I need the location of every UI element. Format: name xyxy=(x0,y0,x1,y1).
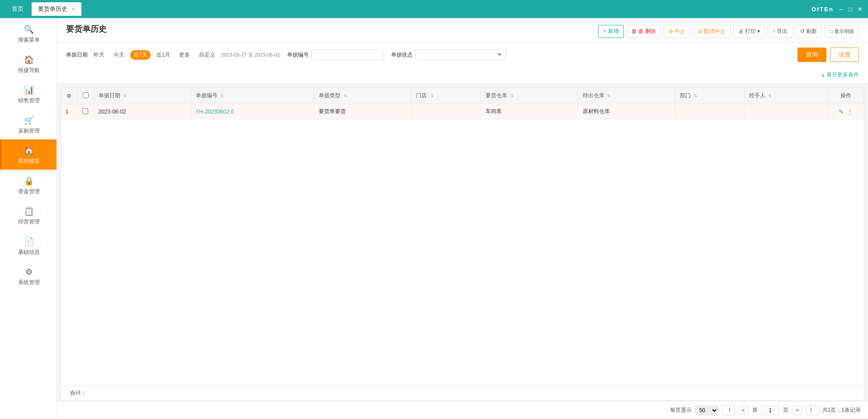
sidebar-label-system-mgmt: 系统管理 xyxy=(18,279,40,286)
page-title: 要货单历史 xyxy=(66,24,107,34)
select-all-checkbox[interactable] xyxy=(83,92,89,98)
operations-mgmt-icon: 📋 xyxy=(24,206,34,216)
col-doc-type[interactable]: 单据类型 ⇅ xyxy=(314,88,411,104)
date-shortcut-7days[interactable]: 近7天 xyxy=(130,50,151,60)
sidebar: 🔍 搜索菜单 🏠 快捷导航 📊 销售管理 🛒 采购管理 🏠 库存核算 🔒 资金管… xyxy=(0,18,57,419)
tab-bar: 首页 要货单历史 × xyxy=(5,2,81,16)
status-filter-label: 单据状态 xyxy=(391,51,413,59)
export-button[interactable]: ↑ 导出 xyxy=(768,25,793,38)
col-department[interactable]: 部门 ⇅ xyxy=(675,88,744,104)
sidebar-label-basic-info: 基础信息 xyxy=(18,248,40,256)
cancel-stop-icon: ⊘ xyxy=(698,28,703,34)
sidebar-label-purchase-mgmt: 采购管理 xyxy=(18,127,40,135)
first-page-btn[interactable]: 《 xyxy=(722,405,735,415)
refresh-icon: ↺ xyxy=(800,28,805,34)
date-shortcut-today[interactable]: 今天 xyxy=(110,50,127,60)
row-more-icon[interactable]: ⋮ xyxy=(847,108,853,115)
filter-bar: 单据日期 昨天 今天 近7天 近1月 更多 自定义 2023-05-27 至 2… xyxy=(57,43,868,84)
cancel-stop-button[interactable]: ⊘ 取消中止 xyxy=(693,25,731,38)
last-page-btn[interactable]: 》 xyxy=(806,405,819,415)
per-page-select[interactable]: 50 100 200 xyxy=(695,405,718,415)
date-shortcut-1month[interactable]: 近1月 xyxy=(153,50,174,60)
date-filter-label: 单据日期 xyxy=(66,51,88,59)
col-dest-warehouse[interactable]: 待出仓库 ⇅ xyxy=(578,88,675,104)
close-btn[interactable]: ✕ xyxy=(858,6,863,13)
per-page-label: 每页显示 xyxy=(670,406,692,414)
display-detail-button[interactable]: □ 显示明细 xyxy=(825,25,859,38)
sidebar-label-finance-mgmt: 资金管理 xyxy=(18,188,40,195)
row-doc-type: 要货单要货 xyxy=(314,104,411,119)
col-settings[interactable]: ⚙ xyxy=(61,88,77,104)
col-ops: 操作 xyxy=(828,88,864,104)
tab-requisition-history[interactable]: 要货单历史 × xyxy=(32,2,81,16)
row-doc-date: 2023-06-02 xyxy=(94,104,191,119)
query-button[interactable]: 查询 xyxy=(797,48,826,62)
print-button[interactable]: 🖨 打印 ▾ xyxy=(733,25,765,38)
row-checkbox-cell xyxy=(77,104,94,119)
basic-info-icon: 📄 xyxy=(24,237,34,247)
expand-more-button[interactable]: ∨ 展开更多条件 xyxy=(821,71,859,79)
col-doc-no[interactable]: 单据编号 ⇅ xyxy=(191,88,314,104)
purchase-mgmt-icon: 🛒 xyxy=(24,115,34,125)
maximize-btn[interactable]: □ xyxy=(849,6,852,13)
sidebar-item-system-mgmt[interactable]: ⚙ 系统管理 xyxy=(0,261,57,291)
content-area: 要货单历史 + 新增 🗑 🗑 删除 ⊘ 中止 ⊘ 取消中止 xyxy=(57,18,868,419)
col-doc-date[interactable]: 单据日期 ⇅ xyxy=(94,88,191,104)
sidebar-item-purchase-mgmt[interactable]: 🛒 采购管理 xyxy=(0,109,57,139)
page-summary: 共1页，1条记录 xyxy=(822,406,861,414)
stop-button[interactable]: ⊘ 中止 xyxy=(664,25,690,38)
doc-no-link[interactable]: YH-20230602-0 xyxy=(196,109,234,115)
sidebar-item-finance-mgmt[interactable]: 🔒 资金管理 xyxy=(0,170,57,200)
expand-more-arrow: ∨ xyxy=(821,72,825,78)
tab-home[interactable]: 首页 xyxy=(5,2,30,16)
row-checkbox[interactable] xyxy=(82,108,88,114)
expand-more-label: 展开更多条件 xyxy=(826,71,859,79)
col-req-warehouse[interactable]: 要货仓库 ⇅ xyxy=(481,88,578,104)
sidebar-item-search-menu[interactable]: 🔍 搜索菜单 xyxy=(0,18,57,48)
col-handler[interactable]: 经手人 ⇅ xyxy=(744,88,827,104)
date-filter-group: 单据日期 昨天 今天 近7天 近1月 更多 自定义 2023-05-27 至 2… xyxy=(66,50,280,60)
quick-nav-icon: 🏠 xyxy=(24,55,34,65)
new-button[interactable]: + 新增 xyxy=(598,25,623,38)
tab-close-icon[interactable]: × xyxy=(72,5,75,12)
minimize-btn[interactable]: ─ xyxy=(839,6,843,13)
print-icon: 🖨 xyxy=(738,28,744,34)
sidebar-item-operations-mgmt[interactable]: 📋 经营管理 xyxy=(0,200,57,230)
export-icon: ↑ xyxy=(773,28,775,34)
stop-icon: ⊘ xyxy=(669,28,673,34)
sidebar-item-inventory-calc[interactable]: 🏠 库存核算 xyxy=(0,139,57,170)
prev-page-btn[interactable]: < xyxy=(738,406,749,415)
system-mgmt-icon: ⚙ xyxy=(25,267,33,277)
delete-icon: 🗑 xyxy=(632,28,637,34)
sidebar-label-sales-mgmt: 销售管理 xyxy=(18,97,40,105)
status-filter-group: 单据状态 待审核 已审核 已中止 xyxy=(391,49,506,60)
date-range-display: 2023-05-27 至 2023-06-02 xyxy=(221,52,280,58)
page-header: 要货单历史 + 新增 🗑 🗑 删除 ⊘ 中止 ⊘ 取消中止 xyxy=(57,18,868,43)
date-shortcut-yesterday[interactable]: 昨天 xyxy=(90,50,108,60)
settings-button[interactable]: 设置 xyxy=(830,48,859,62)
page-input[interactable] xyxy=(761,406,779,415)
col-store[interactable]: 门店 ⇅ xyxy=(411,88,481,104)
row-handler xyxy=(744,104,827,119)
refresh-button[interactable]: ↺ 刷新 xyxy=(795,25,822,38)
delete-button[interactable]: 🗑 🗑 删除 xyxy=(627,25,661,38)
date-shortcut-more[interactable]: 更多 xyxy=(176,50,193,60)
table-row: 1 2023-06-02 YH-20230602-0 要货单要货 车间库 原材料… xyxy=(61,104,864,119)
top-bar: 首页 要货单历史 × OfTEn ─ □ ✕ xyxy=(0,0,868,18)
sidebar-item-basic-info[interactable]: 📄 基础信息 xyxy=(0,230,57,261)
sidebar-label-inventory-calc: 库存核算 xyxy=(18,157,40,165)
sidebar-item-sales-mgmt[interactable]: 📊 销售管理 xyxy=(0,79,57,109)
brand-label: OfTEn xyxy=(811,6,834,13)
sidebar-label-quick-nav: 快捷导航 xyxy=(18,67,40,74)
row-doc-no: YH-20230602-0 xyxy=(191,104,314,119)
sidebar-item-quick-nav[interactable]: 🏠 快捷导航 xyxy=(0,48,57,79)
sales-mgmt-icon: 📊 xyxy=(24,85,34,95)
docno-input[interactable] xyxy=(311,49,384,60)
next-page-btn[interactable]: > xyxy=(792,406,802,415)
inventory-calc-icon: 🏠 xyxy=(24,146,34,156)
date-shortcut-custom[interactable]: 自定义 xyxy=(196,50,218,60)
sidebar-label-search-menu: 搜索菜单 xyxy=(18,36,40,44)
row-department xyxy=(675,104,744,119)
row-edit-icon[interactable]: ✎ xyxy=(839,108,844,115)
status-select[interactable]: 待审核 已审核 已中止 xyxy=(415,49,506,60)
